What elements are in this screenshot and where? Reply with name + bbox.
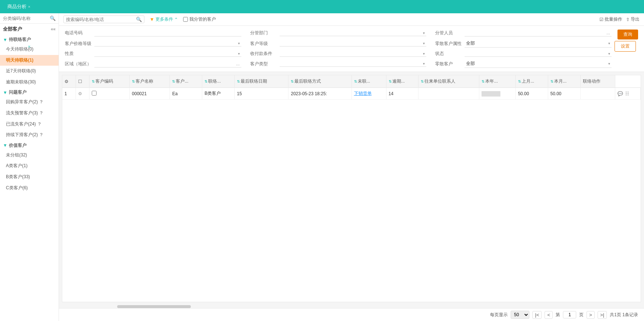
sidebar-group-title[interactable]: ▼待联络客户: [0, 35, 59, 44]
search-input-wrap: 🔍: [63, 15, 144, 23]
sidebar-all-customers-label: 全部客户: [3, 26, 22, 32]
col-header-name[interactable]: ⇅客户名称: [130, 75, 170, 88]
cell-this_year: 50.00: [515, 88, 548, 100]
sidebar-item[interactable]: C类客户(6): [0, 183, 59, 194]
filter-label: 区域（地区）: [65, 61, 94, 67]
batch-icon: ☑: [599, 17, 603, 22]
filter-field: 电话号码: [65, 30, 241, 37]
chevron-down-icon: ▾: [608, 62, 610, 66]
sidebar-item[interactable]: 流失预警客户(3) ？: [0, 108, 59, 119]
prev-page-button[interactable]: <: [545, 311, 553, 319]
next-page-button[interactable]: >: [587, 311, 595, 319]
sidebar-all-customers[interactable]: 全部客户 ««: [0, 24, 59, 35]
filter-field: 客户价格等级▾: [65, 41, 241, 47]
action-icon-1[interactable]: 💬: [617, 91, 623, 96]
col-header-code[interactable]: ⇅客户编码: [89, 75, 129, 88]
sidebar: 🔍 全部客户 «« ▼待联络客户今天待联络(0)明天待联络(1)近7天待联络(0…: [0, 13, 59, 321]
sidebar-item[interactable]: 逾期未联络(30): [0, 77, 59, 88]
sidebar-search-input[interactable]: [3, 16, 50, 21]
col-header-checkbox: ☐: [76, 75, 89, 88]
col-header-uncontacted[interactable]: ⇅未联...: [351, 75, 386, 88]
sidebar-item[interactable]: A类客户(1): [0, 160, 59, 172]
filter-select-客户价格等级[interactable]: ▾: [94, 41, 241, 46]
settings-button[interactable]: 设置: [615, 41, 636, 52]
sidebar-groups: ▼待联络客户今天待联络(0)明天待联络(1)近7天待联络(0)逾期未联络(30)…: [0, 35, 59, 193]
sidebar-group-title[interactable]: ▼价值客户: [0, 141, 59, 150]
nav-item-商品分析[interactable]: 商品分析 ×: [3, 0, 44, 13]
filter-label: 零散客户属性: [435, 41, 465, 47]
sidebar-group-title[interactable]: ▼问题客户: [0, 87, 59, 97]
cell-checkbox[interactable]: [89, 88, 129, 100]
nav-close-icon[interactable]: ×: [28, 44, 30, 49]
nav-close-icon[interactable]: ×: [28, 4, 30, 9]
sort-icon: ⇅: [518, 79, 521, 83]
filter-select-分管部门[interactable]: ▾: [280, 30, 427, 36]
col-header-this_month[interactable]: ⇅本月...: [548, 75, 580, 88]
filter-select-区域（地区）[interactable]: ...: [94, 61, 241, 68]
filter-field: 收付款条件▾: [250, 51, 427, 57]
sidebar-item[interactable]: B类客户(33): [0, 172, 59, 183]
cell-overdue: [419, 88, 479, 100]
filter-select-客户等级[interactable]: ▾: [280, 41, 427, 46]
more-filters-button[interactable]: ▼ 更多条件 ⌃: [147, 15, 180, 23]
filter-field: 零散客户属性全部▾: [435, 39, 612, 48]
table-body: 1⚙000021EaB类客户152023-05-23 18:25:下销货单14█…: [62, 88, 641, 100]
sidebar-item[interactable]: 未分组(32): [0, 150, 59, 161]
col-header-last_month[interactable]: ⇅上月...: [515, 75, 548, 88]
cell-last_contact_date: 2023-05-23 18:25:: [288, 88, 351, 100]
chevron-down-icon: ▾: [608, 41, 610, 45]
batch-operations-button[interactable]: ☑ 批量操作: [599, 16, 622, 23]
scrollbar-thumb[interactable]: [117, 305, 191, 308]
my-customers-checkbox[interactable]: [183, 17, 188, 22]
sidebar-item[interactable]: 近7天待联络(0): [0, 66, 59, 77]
page-input[interactable]: [563, 311, 576, 318]
cell-type: B类客户: [202, 88, 235, 100]
col-header-company_contact[interactable]: ⇅往来单位联系人: [419, 75, 479, 88]
filter-select-状态[interactable]: ▾: [465, 51, 612, 57]
search-input[interactable]: [66, 17, 136, 22]
filter-row: 客户价格等级▾客户等级▾零散客户属性全部▾: [65, 39, 612, 48]
filter-select-零散客户[interactable]: 全部▾: [465, 60, 612, 68]
my-customers-label: 我分管的客户: [189, 16, 216, 23]
col-header-contact_count[interactable]: ⇅联络...: [202, 75, 235, 88]
table-row: 1⚙000021EaB类客户152023-05-23 18:25:下销货单14█…: [62, 88, 641, 100]
sort-icon: ⇅: [389, 79, 392, 83]
last-page-button[interactable]: >|: [598, 311, 607, 319]
export-icon: ⇧: [626, 17, 630, 22]
action-icon-2[interactable]: ☷: [625, 91, 629, 96]
export-button[interactable]: ⇧ 导出: [626, 16, 640, 23]
col-header-type[interactable]: ⇅客户...: [170, 75, 202, 88]
gear-icon[interactable]: ⚙: [78, 91, 82, 96]
filter-row: 电话号码分管部门▾分管人员...: [65, 30, 612, 37]
filter-select-零散客户属性[interactable]: 全部▾: [465, 39, 612, 48]
contact-method-link[interactable]: 下销货单: [354, 91, 372, 96]
filter-input-电话号码[interactable]: [94, 30, 241, 37]
chevron-up-icon: ⌃: [174, 17, 178, 22]
per-page-select[interactable]: 50 100 200: [511, 311, 529, 319]
col-header-last_contact_method[interactable]: ⇅最后联络方式: [288, 75, 351, 88]
filter-select-性质[interactable]: ▾: [94, 51, 241, 57]
filter-label: 分管部门: [250, 30, 280, 36]
sidebar-item[interactable]: 回购异常客户(2) ？: [0, 97, 59, 108]
sidebar-item[interactable]: 持续下滑客户(2) ？: [0, 130, 59, 141]
first-page-button[interactable]: |<: [532, 311, 542, 319]
sidebar-item[interactable]: 已流失客户(24) ？: [0, 119, 59, 130]
col-header-last_contact_date[interactable]: ⇅最后联络日期: [235, 75, 288, 88]
filter-field: 分管部门▾: [250, 30, 427, 36]
col-header-actions: 联络动作: [580, 75, 615, 88]
nav-close-icon[interactable]: ×: [38, 31, 40, 35]
filter-select-客户类型[interactable]: ▾: [280, 61, 427, 67]
top-nav: 首页销货单 ×进货单 ×商品分析 ×商品分析列表 ×客户分层经营 ×客户联络 ×: [0, 0, 644, 13]
col-header-this_year[interactable]: ⇅本年...: [479, 75, 516, 88]
sidebar-item[interactable]: 明天待联络(1): [0, 55, 59, 66]
cell-gear[interactable]: ⚙: [76, 88, 89, 100]
filter-select-分管人员[interactable]: ...: [465, 30, 612, 37]
query-button[interactable]: 查询: [617, 30, 638, 39]
filter-label: 电话号码: [65, 30, 94, 36]
col-header-overdue[interactable]: ⇅逾期...: [386, 75, 419, 88]
row-checkbox[interactable]: [92, 91, 97, 96]
nav-close-icon[interactable]: ×: [38, 18, 40, 22]
content-area: 🔍 ▼ 更多条件 ⌃ 我分管的客户 ☑ 批量操作: [59, 13, 644, 321]
horizontal-scrollbar[interactable]: [62, 305, 641, 308]
filter-select-收付款条件[interactable]: ▾: [280, 51, 427, 57]
